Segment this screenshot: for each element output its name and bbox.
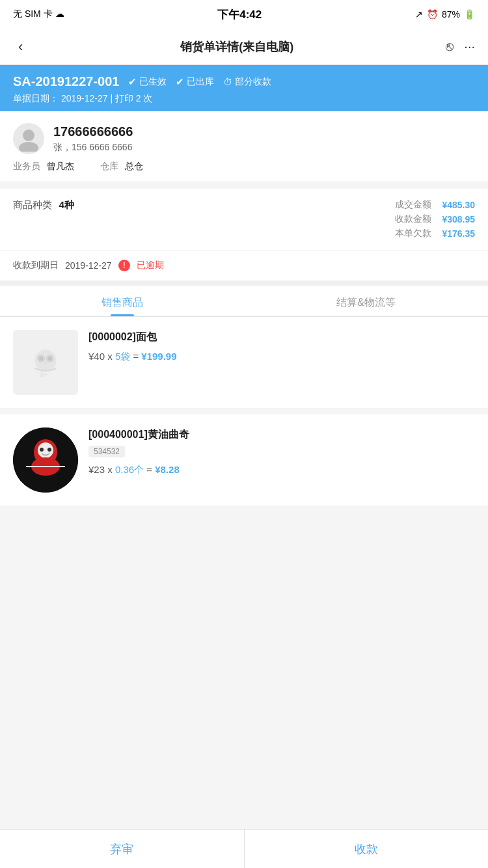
alarm-icon: ⏰ [427, 9, 438, 20]
product-total-2: ¥8.28 [155, 464, 180, 475]
badge-shipped: ✔ 已出库 [176, 76, 214, 88]
status-time: 下午4:42 [217, 7, 262, 22]
received-label: 收款金额 [395, 213, 431, 225]
check-icon-shipped: ✔ [176, 76, 184, 88]
product-item: [000400001]黄油曲奇 534532 ¥23 x 0.36个 = ¥8.… [0, 414, 488, 506]
badge-effective: ✔ 已生效 [128, 76, 167, 88]
warehouse-value: 总仓 [125, 161, 143, 171]
order-date-row: 单据日期： 2019-12-27 | 打印 2 次 [13, 93, 475, 105]
svg-point-6 [48, 357, 52, 360]
battery-icon: 🔋 [464, 9, 475, 20]
owed-amount-row: 本单欠款 ¥176.35 [395, 228, 475, 239]
product-name-2: [000400001]黄油曲奇 [88, 427, 475, 442]
customer-phone: 17666666666 [53, 124, 133, 139]
status-carrier: 无 SIM 卡 ☁ [13, 8, 64, 20]
received-value: ¥308.95 [442, 214, 475, 224]
due-section: 收款到期日 2019-12-27 ! 已逾期 [0, 251, 488, 286]
product-image-2 [13, 427, 78, 493]
received-amount-row: 收款金额 ¥308.95 [395, 213, 475, 225]
product-name-1: [0000002]面包 [88, 330, 475, 344]
sales-field: 业务员 曾凡杰 [13, 161, 74, 172]
types-label: 商品种类 [13, 199, 52, 210]
warehouse-field: 仓库 总仓 [100, 161, 143, 172]
types-count: 4种 [59, 199, 74, 210]
product-sku-2: 534532 [88, 446, 125, 457]
nav-actions: ⎋ ··· [446, 39, 475, 54]
warehouse-label: 仓库 [100, 161, 118, 171]
date-label: 单据日期： [13, 93, 59, 103]
status-bar: 无 SIM 卡 ☁ 下午4:42 ↗ ⏰ 87% 🔋 [0, 0, 488, 29]
order-date: 2019-12-27 [61, 93, 108, 103]
amount-value: ¥485.30 [442, 200, 475, 210]
product-item: 品+ [0000002]面包 ¥40 x 5袋 = ¥199.99 [0, 317, 488, 408]
clock-icon: ⏱ [223, 77, 232, 87]
order-header-banner: SA-20191227-001 ✔ 已生效 ✔ 已出库 ⏱ 部分收款 单据日期：… [0, 65, 488, 111]
tab-bar: 销售商品 结算&物流等 [0, 286, 488, 317]
product-price-row-1: ¥40 x 5袋 = ¥199.99 [88, 351, 475, 363]
svg-point-5 [39, 357, 43, 360]
order-id: SA-20191227-001 [13, 74, 119, 89]
owed-value: ¥176.35 [442, 228, 475, 239]
product-total-1: ¥199.99 [141, 351, 176, 362]
avatar [13, 123, 44, 154]
collect-button[interactable]: 收款 [245, 830, 489, 868]
product-types: 商品种类 4种 [13, 199, 74, 211]
amounts: 成交金额 ¥485.30 收款金额 ¥308.95 本单欠款 ¥176.35 [395, 199, 475, 239]
svg-point-14 [40, 448, 44, 452]
summary-section: 商品种类 4种 成交金额 ¥485.30 收款金额 ¥308.95 本单欠款 ¥… [0, 189, 488, 251]
transaction-amount-row: 成交金额 ¥485.30 [395, 199, 475, 211]
print-info: | 打印 2 次 [110, 93, 152, 103]
more-icon[interactable]: ··· [464, 39, 475, 54]
tab-products[interactable]: 销售商品 [0, 286, 244, 316]
badge-partial-payment: ⏱ 部分收款 [223, 76, 271, 88]
customer-meta: 业务员 曾凡杰 仓库 总仓 [13, 161, 475, 172]
product-info-2: [000400001]黄油曲奇 534532 ¥23 x 0.36个 = ¥8.… [88, 427, 475, 476]
svg-point-0 [23, 129, 34, 141]
customer-section: 17666666666 张，156 6666 6666 业务员 曾凡杰 仓库 总… [0, 111, 488, 182]
nav-bar: ‹ 销货单详情(来自电脑) ⎋ ··· [0, 29, 488, 65]
customer-name-phone: 张，156 6666 6666 [53, 142, 133, 154]
bottom-bar: 弃审 收款 [0, 829, 488, 868]
product-qty-1: 5袋 [115, 351, 130, 362]
product-price-row-2: ¥23 x 0.36个 = ¥8.28 [88, 464, 475, 476]
sales-value: 曾凡杰 [47, 161, 74, 171]
svg-point-1 [19, 142, 38, 152]
amount-label: 成交金额 [395, 199, 431, 211]
reject-button[interactable]: 弃审 [0, 830, 245, 868]
check-icon-effective: ✔ [128, 76, 137, 88]
product-qty-2: 0.36个 [115, 464, 144, 475]
product-info-1: [0000002]面包 ¥40 x 5袋 = ¥199.99 [88, 330, 475, 363]
svg-point-15 [47, 448, 51, 452]
svg-text:品+: 品+ [40, 372, 48, 377]
product-list: 品+ [0000002]面包 ¥40 x 5袋 = ¥199.99 [0, 317, 488, 506]
overdue-text: 已逾期 [137, 260, 164, 271]
location-icon: ↗ [415, 9, 423, 20]
status-right: ↗ ⏰ 87% 🔋 [415, 9, 475, 20]
overdue-icon: ! [118, 260, 130, 271]
due-date: 2019-12-27 [65, 260, 112, 271]
product-image-1: 品+ [13, 330, 78, 395]
battery-level: 87% [442, 9, 460, 20]
sales-label: 业务员 [13, 161, 40, 171]
page-title: 销货单详情(来自电脑) [180, 39, 293, 55]
back-button[interactable]: ‹ [13, 33, 28, 61]
due-label: 收款到期日 [13, 260, 59, 271]
tab-settlement[interactable]: 结算&物流等 [244, 286, 488, 316]
share-icon[interactable]: ⎋ [446, 39, 454, 54]
product-price-2: ¥23 [88, 464, 105, 475]
owed-label: 本单欠款 [395, 228, 431, 239]
product-price-1: ¥40 [88, 351, 105, 362]
